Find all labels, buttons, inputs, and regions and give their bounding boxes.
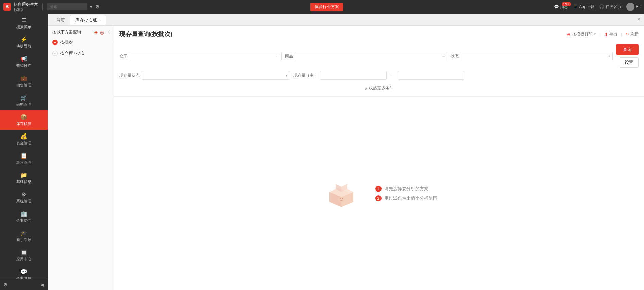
plan-item-by-warehouse-batch[interactable]: ○ 按仓库+批次 xyxy=(48,48,114,59)
collapse-bar[interactable]: ∧ 收起更多条件 xyxy=(119,83,639,93)
app-brand: 畅康通好生意 标准版 xyxy=(14,2,38,12)
left-panel-title: 按以下方案查询 xyxy=(52,29,81,35)
sidebar-label-guide: 新手引导 xyxy=(16,237,31,242)
status-select[interactable] xyxy=(461,52,613,60)
trial-button[interactable]: 体验行业方案 xyxy=(310,3,343,11)
content-area: 首页 库存批次账 × × 按以下方案查询 ⊕ ◎ 《 xyxy=(48,14,644,290)
plan-active-dot: ● xyxy=(52,40,58,45)
plan-by-warehouse-batch-label: 按仓库+批次 xyxy=(60,50,85,56)
qty-filter-group: 现存量（主） — xyxy=(293,71,464,80)
product-filter-group: 商品 ··· xyxy=(285,52,447,60)
sidebar-item-basic-info[interactable]: 📁 基础信息 xyxy=(0,168,48,188)
home-tab-label: 首页 xyxy=(56,17,65,23)
empty-hint-1: 1 请先选择要分析的方案 xyxy=(375,186,437,192)
avatar xyxy=(626,3,634,11)
sidebar-label-finance: 资金管理 xyxy=(16,141,31,146)
sidebar-item-quick-nav[interactable]: ⚡ 快捷导航 xyxy=(0,33,48,52)
sidebar-item-guide[interactable]: 🎓 新手引导 xyxy=(0,226,48,246)
sidebar-icon-finance: 💰 xyxy=(20,133,27,140)
filter-actions: 查询 设置 xyxy=(616,44,639,68)
notification-item[interactable]: 💬 消息 99+ xyxy=(554,4,568,10)
app-download-item[interactable]: 📱 App下载 xyxy=(573,4,594,10)
notification-icon: 💬 xyxy=(554,4,559,9)
user-profile-item[interactable]: Rit xyxy=(626,3,641,11)
app-download-label: App下载 xyxy=(579,4,594,10)
sidebar-item-finance[interactable]: 💰 资金管理 xyxy=(0,130,48,149)
sidebar-item-wechat[interactable]: 💬 企业微信 xyxy=(0,265,48,279)
filter-settings-button[interactable]: 设置 xyxy=(620,57,639,68)
collapse-left-panel-icon[interactable]: 《 xyxy=(106,29,110,35)
print-button[interactable]: 🖨 按模板打印 ▾ xyxy=(566,31,596,37)
inventory-status-select-wrapper xyxy=(142,71,290,80)
tab-inventory-batch[interactable]: 库存批次账 × xyxy=(70,15,106,25)
sidebar-item-sales[interactable]: 💼 销售管理 xyxy=(0,72,48,91)
filter-row-1: 仓库 ··· 商品 ··· xyxy=(119,44,639,68)
page-header: 现存量查询(按批次) 🖨 按模板打印 ▾ | ⬆ 导出 | xyxy=(114,26,644,41)
hint-2-text: 用过滤条件来缩小分析范围 xyxy=(384,195,437,201)
customer-service-item[interactable]: 🎧 在线客服 xyxy=(599,4,622,10)
header-divider-1: | xyxy=(599,32,600,37)
qty-end-input[interactable] xyxy=(398,71,464,80)
topbar-center: 体验行业方案 xyxy=(310,3,343,11)
sidebar-label-search-menu: 搜索菜单 xyxy=(16,24,31,30)
sidebar-item-marketing[interactable]: 📢 营销推广 xyxy=(0,52,48,72)
sidebar-label-wechat: 企业微信 xyxy=(16,276,31,279)
collapse-label: 收起更多条件 xyxy=(369,85,393,91)
warehouse-label: 仓库 xyxy=(119,53,128,59)
sidebar-item-app-center[interactable]: 🔲 应用中心 xyxy=(0,246,48,265)
sidebar-item-enterprise[interactable]: 🏢 企业协同 xyxy=(0,207,48,226)
sidebar-item-system[interactable]: ⚙ 系统管理 xyxy=(0,188,48,207)
phone-icon: 📱 xyxy=(573,4,578,9)
app-logo: B xyxy=(3,3,11,11)
qty-start-input[interactable] xyxy=(320,71,387,80)
page-header-actions: 🖨 按模板打印 ▾ | ⬆ 导出 | ↻ 刷新 xyxy=(566,31,639,37)
export-icon: ⬆ xyxy=(604,32,608,37)
sidebar-label-system: 系统管理 xyxy=(16,199,31,204)
headset-icon: 🎧 xyxy=(599,4,604,9)
product-label: 商品 xyxy=(285,53,293,59)
warehouse-more-icon[interactable]: ··· xyxy=(276,54,279,58)
product-input-wrapper: ··· xyxy=(295,52,447,60)
sidebar-icon-wechat: 💬 xyxy=(20,269,27,275)
print-icon: 🖨 xyxy=(566,32,571,37)
customer-service-label: 在线客服 xyxy=(605,4,622,10)
sidebar-collapse-icon[interactable]: ◀ xyxy=(40,282,44,287)
panel-close-button[interactable]: × xyxy=(633,16,644,23)
right-panel: 现存量查询(按批次) 🖨 按模板打印 ▾ | ⬆ 导出 | xyxy=(114,26,644,290)
inventory-status-select[interactable] xyxy=(142,71,290,80)
tab-close-icon[interactable]: × xyxy=(99,18,101,22)
sidebar-item-purchase[interactable]: 🛒 采购管理 xyxy=(0,91,48,110)
search-input[interactable] xyxy=(47,3,87,10)
add-plan-icon[interactable]: ⊕ xyxy=(94,30,98,35)
notification-badge: 99+ xyxy=(562,2,571,6)
export-button[interactable]: ⬆ 导出 xyxy=(604,31,617,37)
product-input[interactable] xyxy=(295,52,447,60)
product-more-icon[interactable]: ··· xyxy=(442,54,445,58)
query-button[interactable]: 查询 xyxy=(616,44,639,55)
search-dropdown-icon[interactable]: ▾ xyxy=(90,4,92,10)
topbar-left: B 畅康通好生意 标准版 ▾ ⚙ xyxy=(3,2,100,12)
export-label: 导出 xyxy=(609,31,617,37)
settings-gear-icon[interactable]: ⚙ xyxy=(95,4,100,10)
sidebar-settings-icon[interactable]: ⚙ xyxy=(3,282,8,287)
tab-home[interactable]: 首页 xyxy=(51,15,70,25)
refresh-button[interactable]: ↻ 刷新 xyxy=(625,31,639,37)
settings-plan-icon[interactable]: ◎ xyxy=(100,30,104,35)
plan-item-by-batch[interactable]: ● 按批次 xyxy=(48,37,114,48)
qty-separator: — xyxy=(390,73,394,78)
sidebar-icon-basic-info: 📁 xyxy=(20,172,27,178)
inventory-status-filter-group: 现存量状态 xyxy=(119,71,290,80)
sidebar-label-app-center: 应用中心 xyxy=(16,257,31,262)
sidebar-label-inventory: 库存核算 xyxy=(16,121,31,126)
sidebar-icon-quick-nav: ⚡ xyxy=(20,36,27,43)
topbar: B 畅康通好生意 标准版 ▾ ⚙ 体验行业方案 💬 消息 99+ 📱 App下载… xyxy=(0,0,644,14)
warehouse-input[interactable] xyxy=(130,52,282,60)
sidebar-bottom: ⚙ ◀ xyxy=(0,279,48,290)
print-dropdown-icon[interactable]: ▾ xyxy=(594,32,596,36)
sidebar-icon-operations: 📋 xyxy=(20,152,27,159)
sidebar-item-search-menu[interactable]: ☰ 搜索菜单 xyxy=(0,14,48,33)
sidebar: ☰ 搜索菜单 ⚡ 快捷导航 📢 营销推广 💼 销售管理 🛒 采购管理 📦 库存核… xyxy=(0,14,48,290)
sidebar-item-inventory[interactable]: 📦 库存核算 xyxy=(0,110,48,130)
sidebar-item-operations[interactable]: 📋 经营管理 xyxy=(0,149,48,168)
hint-1-text: 请先选择要分析的方案 xyxy=(384,186,428,192)
